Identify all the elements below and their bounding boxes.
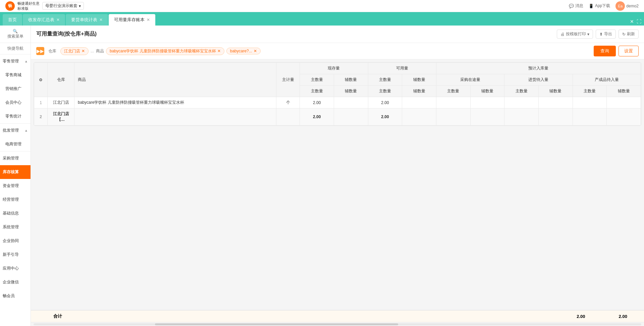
tab-available-stock[interactable]: 可用量库存账本 ✕	[109, 14, 155, 26]
sidebar-item-retail-stats[interactable]: 零售统计	[0, 109, 31, 123]
settings-button[interactable]: 设置	[619, 46, 639, 56]
avail-main-sub: 主数量	[368, 86, 402, 97]
sidebar-item-system[interactable]: 系统管理	[0, 220, 31, 234]
tab-home[interactable]: 首页	[3, 14, 22, 26]
unit-col-header: 主计量	[276, 63, 300, 97]
table-row: 2 江北门店【... 2.00 2.00	[34, 108, 641, 126]
footer-table: 合计 2.00 2.00	[31, 313, 644, 319]
product-tag-1[interactable]: babycare学饮杯 儿童防摔防撞吸管杯重力球吸嘴杯宝宝水杯 ✕	[106, 47, 224, 55]
warehouse-label: 仓库	[48, 48, 56, 54]
remove-warehouse-tag[interactable]: ✕	[82, 49, 85, 53]
maximize-icon[interactable]: ⛶	[637, 19, 641, 24]
cur-main-sub: 主数量	[300, 86, 334, 97]
tab-bar-actions: ✕ ⛶	[630, 19, 641, 26]
inc-main: 主数量	[504, 86, 539, 97]
sidebar-item-operations[interactable]: 经营管理	[0, 193, 31, 206]
tab-close-available-stock[interactable]: ✕	[147, 17, 150, 22]
row-num-2: 2	[34, 108, 48, 126]
query-button[interactable]: 查询	[594, 46, 616, 56]
export-icon: ⬆	[599, 32, 603, 37]
current-stock-header: 现存量	[300, 63, 368, 74]
sidebar-item-purchase[interactable]: 采购管理	[0, 151, 31, 165]
sidebar-item-inventory[interactable]: 库存核算	[0, 165, 31, 179]
print-button[interactable]: 🖨 按模板打印 ▾	[557, 30, 593, 39]
row-unit-1: 个	[276, 97, 300, 108]
sidebar-item-members[interactable]: 会员中心	[0, 96, 31, 109]
refresh-icon: ↻	[622, 32, 626, 37]
row-avail-main-2: 2.00	[368, 108, 402, 126]
row-pur-aux-1	[470, 97, 504, 108]
sidebar-item-wholesale-management[interactable]: 批发管理 ▲	[0, 124, 31, 137]
message-button[interactable]: 💬 消息	[569, 3, 583, 9]
sidebar-item-marketing[interactable]: 营销推广	[0, 82, 31, 96]
tab-stock-summary[interactable]: 收发存汇总表 ✕	[23, 14, 65, 26]
content-area: 可用量查询(按仓库+商品) 🖨 按模板打印 ▾ ⬆ 导出 ↻ 刷新 ▶▶	[31, 26, 644, 326]
remove-product-tag-2[interactable]: ✕	[254, 49, 257, 53]
chevron-icon: ▲	[24, 129, 28, 132]
sidebar-quick-nav[interactable]: 快捷导航	[0, 43, 31, 54]
row-pur-main-2	[436, 108, 470, 126]
remove-product-tag-1[interactable]: ✕	[217, 49, 221, 53]
top-bar: 畅 畅捷通好生意 标准版 母婴行业演示账套 ▾ 💬 消息 📱 App下载 Ea …	[0, 0, 644, 12]
forecast-in-header: 预计入库量	[436, 63, 641, 74]
warehouse-tag[interactable]: 江北门店 ✕	[60, 47, 89, 55]
row-cur-aux-2	[334, 108, 368, 126]
horizontal-scrollbar[interactable]	[31, 322, 644, 326]
user-avatar[interactable]: Ea demo2	[615, 1, 639, 11]
row-inc-aux-2	[538, 108, 573, 126]
chevron-down-icon: ▾	[587, 32, 589, 37]
sidebar-item-basic-info[interactable]: 基础信息	[0, 206, 31, 220]
sidebar-item-app-center[interactable]: 应用中心	[0, 262, 31, 275]
page-title: 可用量查询(按仓库+商品)	[36, 31, 97, 38]
tab-close-stock-summary[interactable]: ✕	[56, 17, 60, 22]
row-prod-main-1	[573, 97, 607, 108]
product-tag-2[interactable]: babycare?... ✕	[226, 48, 261, 54]
table-header-row-1: ⚙ 仓库 商品 主计量 现存量 可用量 预计入库量	[34, 63, 641, 74]
refresh-button[interactable]: ↻ 刷新	[619, 30, 639, 39]
footer-product-placeholder	[71, 313, 536, 319]
row-inc-aux-1	[538, 97, 573, 108]
row-prod-aux-1	[607, 97, 641, 108]
print-icon: 🖨	[560, 32, 565, 37]
footer-current-main: 2.00	[560, 313, 602, 319]
row-inc-main-2	[504, 108, 539, 126]
sidebar-item-finance[interactable]: 资金管理	[0, 179, 31, 193]
footer-label: 合计	[44, 313, 71, 319]
avail-aux-qty-header: 辅数量	[402, 74, 436, 86]
row-unit-2	[276, 108, 300, 126]
row-cur-aux-1	[334, 97, 368, 108]
sidebar-item-ecommerce[interactable]: 电商管理	[0, 137, 31, 151]
more-filters-dots[interactable]: ...	[91, 49, 94, 53]
row-avail-main-1: 2.00	[368, 97, 402, 108]
page-actions: 🖨 按模板打印 ▾ ⬆ 导出 ↻ 刷新	[557, 30, 639, 39]
app-logo: 畅	[5, 1, 15, 11]
sidebar-item-retail-mall[interactable]: 零售商城	[0, 68, 31, 82]
pur-aux: 辅数量	[470, 86, 504, 97]
table-container: ⚙ 仓库 商品 主计量 现存量 可用量 预计入库量 主数量 辅数量	[31, 62, 644, 310]
close-window-icon[interactable]: ✕	[630, 19, 634, 24]
main-layout: 🔍 搜索菜单 快捷导航 零售管理 ▲ 零售商城 营销推广 会员中心 零售统计	[0, 26, 644, 326]
top-bar-right: 💬 消息 📱 App下载 Ea demo2	[569, 1, 639, 11]
scrollbar-thumb[interactable]	[155, 323, 398, 325]
prod-main: 主数量	[573, 86, 607, 97]
filter-buttons: 查询 设置	[594, 46, 639, 56]
footer-avail-main: 2.00	[602, 313, 644, 319]
tab-close-order-stats[interactable]: ✕	[99, 17, 103, 22]
sidebar-item-member[interactable]: 畅会员	[0, 289, 31, 303]
sidebar-section-retail: 零售管理 ▲ 零售商城 营销推广 会员中心 零售统计	[0, 54, 31, 124]
sidebar-item-newbie-guide[interactable]: 新手引导	[0, 248, 31, 262]
export-button[interactable]: ⬆ 导出	[596, 30, 616, 39]
footer-unit-placeholder	[536, 313, 560, 319]
industry-select[interactable]: 母婴行业演示账套 ▾	[42, 2, 84, 10]
sidebar-item-enterprise-collab[interactable]: 企业协同	[0, 234, 31, 248]
row-pur-main-1	[436, 97, 470, 108]
row-num-1: 1	[34, 97, 48, 108]
sidebar-item-retail-management[interactable]: 零售管理 ▲	[0, 54, 31, 68]
app-download-button[interactable]: 📱 App下载	[589, 3, 610, 9]
row-cur-main-2: 2.00	[300, 108, 334, 126]
tab-order-stats[interactable]: 要货单统计表 ✕	[66, 14, 108, 26]
settings-col-header[interactable]: ⚙	[34, 63, 48, 97]
filter-toggle-button[interactable]: ▶▶	[36, 47, 44, 55]
sidebar-search[interactable]: 🔍 搜索菜单	[0, 26, 31, 43]
sidebar-item-enterprise-wechat[interactable]: 企业微信	[0, 275, 31, 289]
